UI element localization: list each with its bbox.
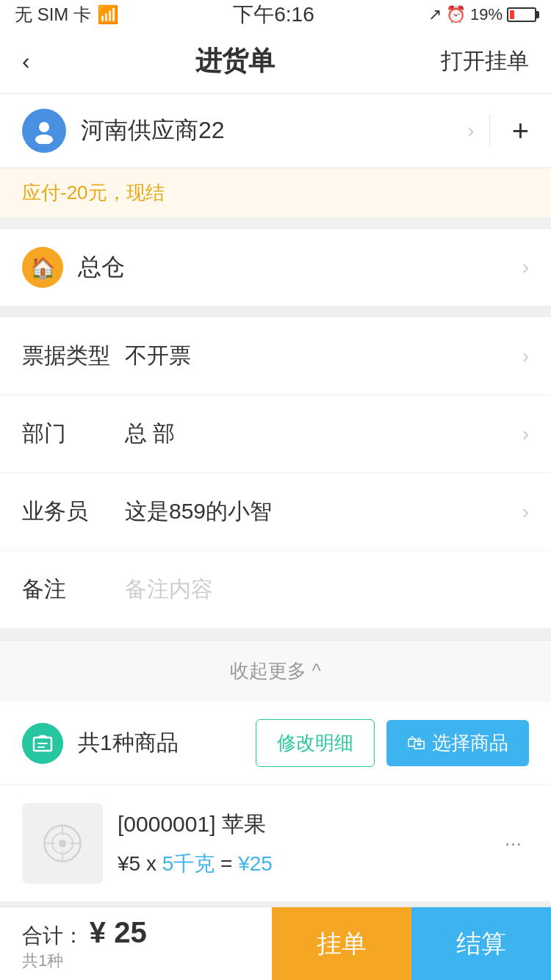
product-more-button[interactable]: ··· bbox=[497, 824, 529, 862]
warehouse-icon: 🏠 bbox=[22, 247, 63, 288]
time-display: 下午6:16 bbox=[233, 1, 314, 29]
total-amount: ¥ 25 bbox=[90, 916, 147, 948]
total-count: 共1种 bbox=[22, 950, 250, 972]
notice-bar: 应付-20元，现结 bbox=[0, 168, 551, 217]
salesperson-row[interactable]: 业务员 这是859的小智 › bbox=[0, 473, 551, 551]
back-button[interactable]: ‹ bbox=[22, 48, 30, 75]
svg-point-1 bbox=[35, 134, 53, 144]
bottom-bar: 合计： ¥ 25 共1种 挂单 结算 bbox=[0, 907, 551, 980]
products-header: 共1种商品 修改明细 🛍 选择商品 bbox=[0, 702, 551, 785]
warehouse-chevron-icon: › bbox=[522, 256, 529, 279]
total-price: ¥25 bbox=[238, 852, 273, 875]
product-item: [0000001] 苹果 ¥5 x 5千克 = ¥25 ··· bbox=[0, 785, 551, 901]
battery-indicator bbox=[507, 7, 536, 22]
edit-detail-button[interactable]: 修改明细 bbox=[256, 719, 375, 767]
products-count: 共1种商品 bbox=[78, 728, 256, 758]
supplier-section: 河南供应商22 › + 应付-20元，现结 bbox=[0, 94, 551, 217]
alarm-icon: ⏰ bbox=[446, 5, 466, 24]
salesperson-value: 这是859的小智 bbox=[125, 497, 522, 527]
form-section: 票据类型 不开票 › 部门 总 部 › 业务员 这是859的小智 › 备注 备注… bbox=[0, 317, 551, 628]
notice-text: 应付-20元，现结 bbox=[22, 181, 165, 203]
product-name: [0000001] 苹果 bbox=[118, 810, 497, 840]
invoice-type-row[interactable]: 票据类型 不开票 › bbox=[0, 317, 551, 395]
product-title: 苹果 bbox=[222, 812, 266, 836]
svg-point-7 bbox=[59, 840, 67, 848]
department-chevron-icon: › bbox=[522, 422, 529, 446]
supplier-chevron-icon: › bbox=[467, 119, 474, 143]
supplier-name: 河南供应商22 bbox=[81, 115, 467, 147]
unit-price: ¥5 x bbox=[118, 852, 162, 875]
department-label: 部门 bbox=[22, 419, 125, 449]
carrier-label: 无 SIM 卡 bbox=[15, 3, 91, 26]
invoice-type-chevron-icon: › bbox=[522, 345, 529, 368]
nav-bar: ‹ 进货单 打开挂单 bbox=[0, 29, 551, 94]
status-right: ↗ ⏰ 19% bbox=[428, 5, 536, 24]
status-left: 无 SIM 卡 📶 bbox=[15, 3, 119, 26]
supplier-row[interactable]: 河南供应商22 › + bbox=[0, 94, 551, 168]
add-supplier-button[interactable]: + bbox=[489, 115, 529, 148]
products-icon bbox=[22, 723, 63, 764]
select-product-button[interactable]: 🛍 选择商品 bbox=[386, 720, 529, 766]
product-thumbnail bbox=[22, 803, 103, 884]
remark-row[interactable]: 备注 备注内容 bbox=[0, 551, 551, 628]
warehouse-row[interactable]: 🏠 总仓 › bbox=[0, 229, 551, 306]
battery-fill bbox=[510, 10, 514, 19]
svg-point-0 bbox=[39, 122, 49, 132]
open-hang-button[interactable]: 打开挂单 bbox=[441, 46, 529, 76]
warehouse-name: 总仓 bbox=[78, 251, 522, 284]
battery-percent: 19% bbox=[470, 5, 503, 24]
warehouse-section: 🏠 总仓 › bbox=[0, 229, 551, 306]
wifi-icon: 📶 bbox=[97, 4, 119, 25]
total-row: 合计： ¥ 25 bbox=[22, 916, 250, 950]
remark-label: 备注 bbox=[22, 574, 125, 605]
total-section: 合计： ¥ 25 共1种 bbox=[0, 916, 272, 972]
quantity-value: 5千克 bbox=[162, 852, 215, 875]
product-code: [0000001] bbox=[118, 812, 222, 836]
collapse-bar[interactable]: 收起更多 ^ bbox=[0, 640, 551, 702]
equals-sign: = bbox=[215, 852, 238, 875]
select-icon: 🛍 bbox=[407, 732, 426, 754]
products-section: 共1种商品 修改明细 🛍 选择商品 [0000001] 苹果 ¥5 bbox=[0, 702, 551, 901]
department-value: 总 部 bbox=[125, 419, 522, 449]
collapse-label: 收起更多 ^ bbox=[230, 660, 320, 682]
page-title: 进货单 bbox=[195, 43, 275, 79]
product-price-row: ¥5 x 5千克 = ¥25 bbox=[118, 850, 497, 878]
salesperson-chevron-icon: › bbox=[522, 500, 529, 524]
location-icon: ↗ bbox=[428, 5, 442, 24]
remark-placeholder[interactable]: 备注内容 bbox=[125, 574, 529, 605]
select-label: 选择商品 bbox=[432, 730, 508, 756]
status-bar: 无 SIM 卡 📶 下午6:16 ↗ ⏰ 19% bbox=[0, 0, 551, 29]
salesperson-label: 业务员 bbox=[22, 497, 125, 527]
hang-order-button[interactable]: 挂单 bbox=[272, 907, 411, 981]
product-info: [0000001] 苹果 ¥5 x 5千克 = ¥25 bbox=[118, 810, 497, 878]
total-label: 合计： bbox=[22, 924, 84, 947]
invoice-type-label: 票据类型 bbox=[22, 341, 125, 371]
invoice-type-value: 不开票 bbox=[125, 341, 522, 371]
checkout-button[interactable]: 结算 bbox=[411, 907, 551, 981]
supplier-avatar bbox=[22, 109, 66, 153]
department-row[interactable]: 部门 总 部 › bbox=[0, 395, 551, 473]
